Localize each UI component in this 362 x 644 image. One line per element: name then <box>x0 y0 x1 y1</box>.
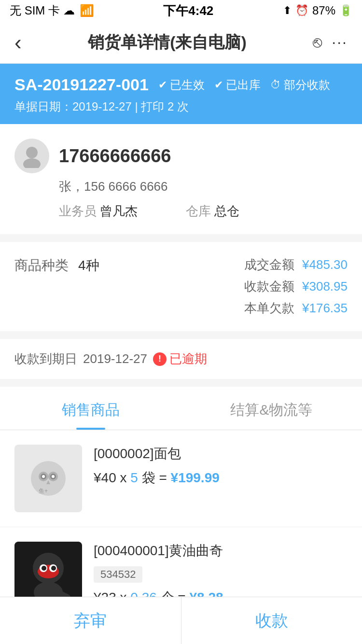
customer-avatar <box>14 139 49 173</box>
sales-rep-label: 业务员 <box>59 204 100 218</box>
svg-point-0 <box>26 147 38 158</box>
tabs-section: 销售商品 结算&物流等 <box>0 387 362 430</box>
price-value-1: ¥40 <box>94 470 116 485</box>
warehouse-label: 仓库 <box>186 204 214 218</box>
product-sku-2: 534532 <box>94 566 142 583</box>
battery-icon: 🔋 <box>339 4 352 17</box>
bottom-bar: 弃审 收款 <box>0 597 362 644</box>
wifi-icon: 📶 <box>80 4 94 17</box>
stats-left: 商品种类 4种 <box>14 256 99 275</box>
owed-value: ¥176.35 <box>302 301 348 316</box>
order-id-row: SA-20191227-001 ✔ 已生效 ✔ 已出库 ⏱ 部分收款 <box>14 75 348 94</box>
stats-right: 成交金额 ¥485.30 收款金额 ¥308.95 本单欠款 ¥176.35 <box>244 256 348 317</box>
deal-amount-label: 成交金额 <box>244 256 294 273</box>
customer-row: 17666666666 <box>14 139 348 173</box>
deal-amount-row: 成交金额 ¥485.30 <box>244 256 348 273</box>
svg-point-7 <box>42 475 45 478</box>
owed-row: 本单欠款 ¥176.35 <box>244 300 348 317</box>
nav-bar: ‹ 销货单详情(来自电脑) ⎋ ··· <box>0 21 362 64</box>
status-bar: 无 SIM 卡 ☁ 📶 下午4:42 ⬆ ⏰ 87% 🔋 <box>0 0 362 21</box>
svg-point-16 <box>42 566 46 571</box>
product-thumbnail-1: 鱼+ <box>14 445 82 512</box>
product-name-2: [000400001]黄油曲奇 <box>94 542 348 560</box>
alarm-icon: ⏰ <box>295 4 308 17</box>
customer-info: 17666666666 <box>59 146 171 167</box>
overdue-text: 已逾期 <box>169 350 207 367</box>
svg-point-8 <box>52 475 55 478</box>
header-banner: SA-20191227-001 ✔ 已生效 ✔ 已出库 ⏱ 部分收款 单据日期：… <box>0 64 362 124</box>
customer-name: 张，156 6666 6666 <box>14 178 348 195</box>
qty-value-1: 5 <box>130 470 138 485</box>
overdue-icon: ! <box>153 352 167 366</box>
customer-details: 业务员 曾凡杰 仓库 总仓 <box>14 203 348 220</box>
status-right: ⬆ ⏰ 87% 🔋 <box>283 4 352 17</box>
unit-value-1: 袋 <box>142 470 155 485</box>
total-value-1: ¥199.99 <box>171 470 220 485</box>
svg-point-1 <box>23 158 41 168</box>
svg-point-2 <box>31 461 66 496</box>
more-icon[interactable]: ··· <box>332 33 348 51</box>
sales-rep-value: 曾凡杰 <box>100 204 138 218</box>
overdue-badge: ! 已逾期 <box>153 350 207 367</box>
back-button[interactable]: ‹ <box>14 30 22 55</box>
tab-settlement-logistics[interactable]: 结算&物流等 <box>181 387 362 430</box>
product-name-1: [0000002]面包 <box>94 445 348 463</box>
collected-row: 收款金额 ¥308.95 <box>244 278 348 295</box>
check-icon-2: ✔ <box>214 79 223 91</box>
svg-text:鱼+: 鱼+ <box>39 488 48 494</box>
check-icon-1: ✔ <box>158 79 167 91</box>
owed-label: 本单欠款 <box>244 300 294 317</box>
due-date-label: 收款到期日 <box>14 350 77 367</box>
collect-payment-button[interactable]: 收款 <box>181 597 362 644</box>
abandon-review-button[interactable]: 弃审 <box>0 597 181 644</box>
list-item: 鱼+ [0000002]面包 ¥40 x 5 袋 = ¥199.99 <box>0 430 362 527</box>
nav-right: ⎋ ··· <box>313 33 348 51</box>
due-date-value: 2019-12-27 <box>83 351 147 366</box>
status-activated: ✔ 已生效 <box>158 77 205 93</box>
category-label: 商品种类 <box>14 256 69 275</box>
order-id-text: SA-20191227-001 <box>14 75 149 94</box>
doc-date: 单据日期：2019-12-27 | 打印 2 次 <box>14 99 348 114</box>
battery-text: 87% <box>312 4 335 17</box>
collected-label: 收款金额 <box>244 278 294 295</box>
svg-point-17 <box>51 566 56 571</box>
clock-icon: ⏱ <box>270 79 281 91</box>
sim-text: 无 SIM 卡 ☁ <box>10 3 75 18</box>
product-list: 鱼+ [0000002]面包 ¥40 x 5 袋 = ¥199.99 <box>0 430 362 624</box>
warehouse-value: 总仓 <box>214 204 239 218</box>
product-image-placeholder-1: 鱼+ <box>14 445 82 512</box>
page-title: 销货单详情(来自电脑) <box>88 31 247 54</box>
customer-id: 17666666666 <box>59 146 171 167</box>
nav-left: ‹ <box>14 30 22 55</box>
collected-value: ¥308.95 <box>302 279 348 294</box>
status-partial-payment: ⏱ 部分收款 <box>270 77 330 93</box>
tab-sales-products[interactable]: 销售商品 <box>0 387 181 430</box>
location-icon: ⬆ <box>283 4 292 17</box>
product-info-1: [0000002]面包 ¥40 x 5 袋 = ¥199.99 <box>94 445 348 487</box>
status-shipped: ✔ 已出库 <box>214 77 261 93</box>
share-icon[interactable]: ⎋ <box>313 33 322 51</box>
deal-amount-value: ¥485.30 <box>302 257 348 272</box>
status-time: 下午4:42 <box>163 2 213 19</box>
due-section: 收款到期日 2019-12-27 ! 已逾期 <box>0 339 362 379</box>
stats-section: 商品种类 4种 成交金额 ¥485.30 收款金额 ¥308.95 本单欠款 ¥… <box>0 242 362 331</box>
customer-section: 17666666666 张，156 6666 6666 业务员 曾凡杰 仓库 总… <box>0 124 362 234</box>
status-left: 无 SIM 卡 ☁ 📶 <box>10 3 94 18</box>
product-price-1: ¥40 x 5 袋 = ¥199.99 <box>94 469 348 487</box>
category-value: 4种 <box>78 256 99 275</box>
